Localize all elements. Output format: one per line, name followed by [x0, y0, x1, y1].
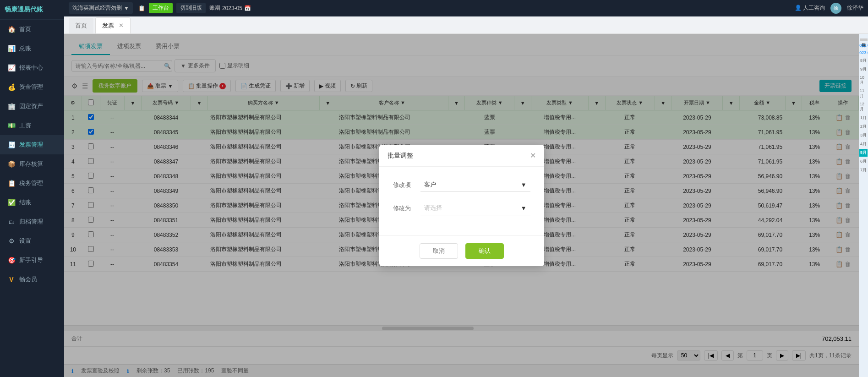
period-jan[interactable]: 1月: [859, 114, 868, 122]
sidebar-label-settings: 设置: [19, 237, 31, 245]
modal-footer: 取消 确认: [379, 235, 544, 266]
page-tabs: 首页 发票 ✕: [64, 16, 868, 34]
sidebar-item-invoice[interactable]: 🧾 发票管理: [0, 135, 64, 154]
modal-body: 修改项 客户 ▼ 修改为 请选择 ▼: [379, 167, 544, 235]
modify-field-label: 修改项: [393, 181, 420, 189]
period-nov[interactable]: 11月: [859, 87, 868, 100]
sidebar: 畅康通易代账 🏠 首页 📊 总账 📈 报表中心 💰 资金管理 🏢 固定资产 💵 …: [0, 0, 64, 377]
modify-to-row: 修改为 请选择 ▼: [393, 201, 530, 215]
sidebar-label-inventory: 库存核算: [19, 160, 43, 168]
sidebar-label-ledger: 总账: [19, 44, 31, 53]
home-icon: 🏠: [7, 26, 16, 33]
topbar-right: 👤 人工咨询 徐 徐泽华: [795, 3, 863, 14]
salary-icon: 💵: [7, 122, 16, 129]
reports-icon: 📈: [7, 64, 16, 71]
sidebar-label-close: 结账: [19, 198, 31, 207]
period-mar[interactable]: 3月: [859, 131, 868, 139]
period-dec[interactable]: 12月: [859, 101, 868, 113]
modal-cancel-btn[interactable]: 取消: [420, 243, 458, 259]
to-dropdown-icon: ▼: [521, 205, 527, 212]
period-apr[interactable]: 4月: [859, 140, 868, 148]
sidebar-item-close[interactable]: ✅ 结账: [0, 193, 64, 212]
sidebar-item-tax[interactable]: 📋 税务管理: [0, 174, 64, 193]
calendar-icon[interactable]: 📅: [244, 5, 251, 11]
finance-icon: 💰: [7, 83, 16, 91]
sidebar-item-guide[interactable]: 🎯 新手引导: [0, 251, 64, 270]
modify-to-select[interactable]: 请选择 ▼: [420, 201, 530, 215]
period-jul[interactable]: 7月: [859, 166, 868, 174]
period-2023-1[interactable]: 2023.0: [859, 42, 868, 49]
period-sep[interactable]: 9月: [859, 66, 868, 73]
service-icon: 👤: [795, 5, 802, 11]
sidebar-label-archive: 归档管理: [19, 218, 43, 226]
period-selector-label[interactable]: 期间选择: [860, 38, 868, 41]
member-icon: V: [7, 276, 16, 283]
modify-field-value: 客户: [424, 180, 436, 189]
sidebar-item-reports[interactable]: 📈 报表中心: [0, 58, 64, 77]
right-period-panel: 期间选择 2023.0 2023.0 8月 9月 10月 11月 12月 1月 …: [859, 34, 868, 377]
human-service-btn[interactable]: 👤 人工咨询: [795, 4, 825, 12]
period-oct[interactable]: 10月: [859, 74, 868, 87]
period-display: 账期 2023-05 📅: [209, 4, 251, 12]
batch-adjust-modal: 批量调整 ✕ 修改项 客户 ▼: [379, 145, 544, 266]
sidebar-item-inventory[interactable]: 📦 库存核算: [0, 154, 64, 174]
tax-icon: 📋: [7, 180, 16, 187]
modal-title: 批量调整: [388, 152, 413, 160]
user-avatar: 徐: [830, 3, 841, 14]
company-dropdown-icon: ▼: [124, 5, 129, 11]
tab-invoice[interactable]: 发票 ✕: [95, 17, 131, 33]
modify-field-select[interactable]: 客户 ▼: [420, 178, 530, 192]
sidebar-item-ledger[interactable]: 📊 总账: [0, 39, 64, 58]
sidebar-label-reports: 报表中心: [19, 64, 43, 72]
app-logo: 畅康通易代账: [0, 0, 64, 20]
period-aug[interactable]: 8月: [859, 57, 868, 65]
modify-field-row: 修改项 客户 ▼: [393, 178, 530, 192]
sidebar-label-salary: 工资: [19, 121, 31, 130]
topbar: 沈海英测试经营勿删 ▼ 📋 工作台 切到旧版 账期 2023-05 📅 👤 人工…: [64, 0, 868, 16]
content-area: 销项发票 进项发票 费用小票 🔍 ▼ 更多条件 显示明细: [64, 34, 859, 377]
switch-version-button[interactable]: 切到旧版: [176, 3, 206, 13]
period-jun[interactable]: 6月: [859, 158, 868, 165]
sidebar-item-finance[interactable]: 💰 资金管理: [0, 77, 64, 97]
company-selector[interactable]: 沈海英测试经营勿删 ▼: [69, 2, 133, 14]
sidebar-item-salary[interactable]: 💵 工资: [0, 116, 64, 135]
archive-icon: 🗂: [7, 218, 16, 225]
sidebar-label-guide: 新手引导: [19, 256, 43, 264]
modal-close-btn[interactable]: ✕: [530, 151, 536, 160]
sidebar-item-archive[interactable]: 🗂 归档管理: [0, 212, 64, 231]
guide-icon: 🎯: [7, 257, 16, 264]
tab-invoice-label: 发票: [102, 22, 114, 29]
company-name: 沈海英测试经营勿删: [72, 4, 122, 12]
workbench-button[interactable]: 工作台: [149, 3, 173, 13]
sidebar-label-member: 畅会员: [19, 275, 37, 284]
sidebar-item-member[interactable]: V 畅会员: [0, 270, 64, 289]
ledger-icon: 📊: [7, 45, 16, 52]
close-period-icon: ✅: [7, 199, 16, 206]
modify-to-label: 修改为: [393, 204, 420, 213]
period-value: 2023-05: [222, 5, 242, 11]
modify-to-placeholder: 请选择: [424, 204, 442, 212]
sidebar-item-assets[interactable]: 🏢 固定资产: [0, 97, 64, 116]
main-content: 沈海英测试经营勿删 ▼ 📋 工作台 切到旧版 账期 2023-05 📅 👤 人工…: [64, 0, 868, 377]
sidebar-label-invoice: 发票管理: [19, 141, 43, 149]
sidebar-label-assets: 固定资产: [19, 102, 43, 110]
sidebar-item-home[interactable]: 🏠 首页: [0, 20, 64, 39]
period-feb[interactable]: 2月: [859, 123, 868, 131]
invoice-icon: 🧾: [7, 141, 16, 148]
service-label: 人工咨询: [803, 5, 825, 11]
sidebar-item-settings[interactable]: ⚙ 设置: [0, 231, 64, 251]
sidebar-label-finance: 资金管理: [19, 83, 43, 91]
tab-home[interactable]: 首页: [69, 18, 93, 33]
assets-icon: 🏢: [7, 103, 16, 110]
period-may-active[interactable]: 5月: [859, 149, 868, 157]
period-2023-2[interactable]: 2023.0: [859, 49, 868, 56]
username: 徐泽华: [847, 4, 863, 12]
modal-overlay: 批量调整 ✕ 修改项 客户 ▼: [64, 34, 859, 377]
modal-header: 批量调整 ✕: [379, 145, 544, 167]
company-icon: 📋: [138, 5, 145, 11]
settings-icon: ⚙: [7, 237, 16, 245]
modal-confirm-btn[interactable]: 确认: [465, 243, 504, 259]
sidebar-label-tax: 税务管理: [19, 179, 43, 187]
tab-close-icon[interactable]: ✕: [119, 22, 124, 29]
inventory-icon: 📦: [7, 160, 16, 168]
